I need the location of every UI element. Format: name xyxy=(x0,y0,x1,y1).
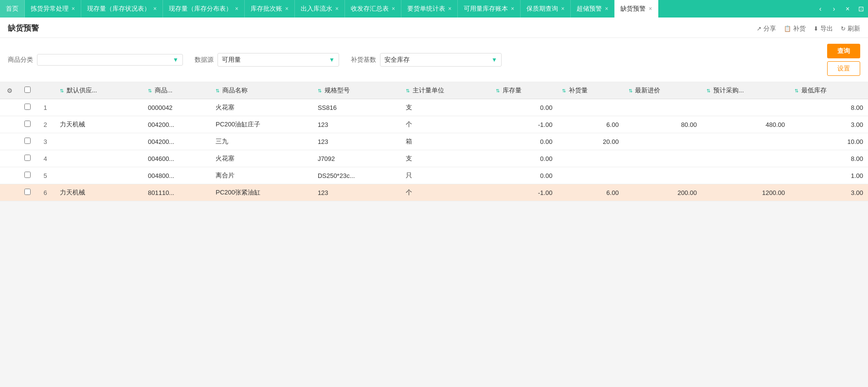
col-min-stock[interactable]: ⇅ 最低库存 xyxy=(790,82,868,99)
tab-abnormal[interactable]: 拣货异常处理 × xyxy=(25,0,81,18)
share-button[interactable]: ↗ 分享 xyxy=(757,24,776,33)
tab-close-expiry[interactable]: × xyxy=(561,5,564,12)
tab-inventory-dist[interactable]: 现存量（库存分布表） × xyxy=(163,0,245,18)
row-latest-price xyxy=(624,99,702,116)
tab-close-available[interactable]: × xyxy=(511,5,514,12)
window-close-button[interactable]: × xyxy=(841,0,854,18)
col-latest-price[interactable]: ⇅ 最新进价 xyxy=(624,82,702,99)
row-checkbox[interactable] xyxy=(24,104,31,110)
tab-summary[interactable]: 收发存汇总表 × xyxy=(345,0,401,18)
row-checkbox-cell[interactable] xyxy=(19,116,36,133)
row-checkbox[interactable] xyxy=(24,189,31,195)
col-supplement[interactable]: ⇅ 补货量 xyxy=(557,82,623,99)
select-all-checkbox[interactable] xyxy=(24,87,31,93)
tab-close-summary[interactable]: × xyxy=(392,5,395,12)
row-supplier xyxy=(55,167,143,184)
share-icon: ↗ xyxy=(757,25,761,32)
tab-close-batch[interactable]: × xyxy=(285,5,289,12)
row-stock: 0.00 xyxy=(491,150,557,167)
tab-label: 首页 xyxy=(6,4,18,13)
query-button[interactable]: 查询 xyxy=(827,44,860,58)
sort-icon: ⇅ xyxy=(562,88,566,93)
row-gear xyxy=(0,99,19,116)
row-supplement xyxy=(557,99,623,116)
replenish-select[interactable]: 安全库存 ▼ xyxy=(380,53,502,67)
refresh-button[interactable]: ↻ 刷新 xyxy=(841,24,860,33)
tab-close-shortage[interactable]: × xyxy=(649,5,652,12)
tab-next-button[interactable]: › xyxy=(827,0,841,18)
row-checkbox[interactable] xyxy=(24,172,31,178)
row-min-stock: 8.00 xyxy=(790,99,868,116)
sort-icon: ⇅ xyxy=(629,88,633,93)
tab-batch[interactable]: 库存批次账 × xyxy=(245,0,295,18)
col-row-num xyxy=(36,82,55,99)
row-number: 1 xyxy=(36,99,55,116)
row-estimated xyxy=(702,99,790,116)
table-body: 1 0000042 火花塞 SS816 支 0.00 8.00 2 力天机械 0… xyxy=(0,99,868,201)
table-row: 3 004200... 三九 123 箱 0.00 20.00 10.00 xyxy=(0,133,868,150)
row-spec: 123 xyxy=(313,116,401,133)
row-checkbox-cell[interactable] xyxy=(19,99,36,116)
row-spec: 123 xyxy=(313,133,401,150)
row-checkbox[interactable] xyxy=(24,138,31,144)
row-latest-price xyxy=(624,167,702,184)
tab-expiry[interactable]: 保质期查询 × xyxy=(521,0,571,18)
export-button[interactable]: ⬇ 导出 xyxy=(814,24,833,33)
category-select[interactable]: ▼ xyxy=(37,54,183,66)
row-gear xyxy=(0,116,19,133)
tab-order-stat[interactable]: 要货单统计表 × xyxy=(401,0,458,18)
col-settings[interactable]: ⚙ xyxy=(0,82,19,99)
row-unit: 支 xyxy=(401,99,491,116)
supplement-button[interactable]: 📋 补货 xyxy=(784,24,806,33)
tab-overstock[interactable]: 超储预警 × xyxy=(571,0,615,18)
row-estimated: 480.00 xyxy=(702,116,790,133)
tab-close-inventory-status[interactable]: × xyxy=(153,5,157,12)
tab-flow[interactable]: 出入库流水 × xyxy=(295,0,345,18)
header-actions: ↗ 分享 📋 补货 ⬇ 导出 ↻ 刷新 xyxy=(757,24,860,33)
datasource-value: 可用量 xyxy=(222,55,241,64)
row-min-stock: 1.00 xyxy=(790,167,868,184)
row-gear xyxy=(0,133,19,150)
row-checkbox[interactable] xyxy=(24,121,31,127)
sort-icon: ⇅ xyxy=(706,88,710,93)
sort-icon: ⇅ xyxy=(216,88,219,93)
gear-icon: ⚙ xyxy=(7,87,13,94)
row-product-code: 004200... xyxy=(143,133,211,150)
tab-close-flow[interactable]: × xyxy=(335,5,339,12)
col-supplier[interactable]: ⇅ 默认供应... xyxy=(55,82,143,99)
col-unit[interactable]: ⇅ 主计量单位 xyxy=(401,82,491,99)
refresh-label: 刷新 xyxy=(848,24,860,33)
tab-close-overstock[interactable]: × xyxy=(605,5,608,12)
tab-close-abnormal[interactable]: × xyxy=(72,5,75,12)
col-estimated[interactable]: ⇅ 预计采购... xyxy=(702,82,790,99)
col-spec[interactable]: ⇅ 规格型号 xyxy=(313,82,401,99)
row-min-stock: 10.00 xyxy=(790,133,868,150)
row-checkbox-cell[interactable] xyxy=(19,167,36,184)
tab-close-order-stat[interactable]: × xyxy=(448,5,452,12)
row-product-name: 火花塞 xyxy=(211,99,313,116)
tab-prev-button[interactable]: ‹ xyxy=(814,0,827,18)
row-checkbox[interactable] xyxy=(24,155,31,161)
col-product-code[interactable]: ⇅ 商品... xyxy=(143,82,211,99)
tab-home[interactable]: 首页 xyxy=(0,0,25,18)
row-checkbox-cell[interactable] xyxy=(19,150,36,167)
category-label: 商品分类 xyxy=(8,55,33,64)
row-stock: 0.00 xyxy=(491,99,557,116)
tab-close-inventory-dist[interactable]: × xyxy=(235,5,238,12)
row-spec: 123 xyxy=(313,184,401,201)
row-checkbox-cell[interactable] xyxy=(19,133,36,150)
tab-shortage[interactable]: 缺货预警 × xyxy=(615,0,658,18)
tab-label: 收发存汇总表 xyxy=(351,4,389,13)
col-checkbox[interactable] xyxy=(19,82,36,99)
datasource-select[interactable]: 可用量 ▼ xyxy=(217,53,339,67)
tab-available[interactable]: 可用量库存账本 × xyxy=(458,0,521,18)
category-filter-group: 商品分类 ▼ xyxy=(8,54,183,66)
col-product-name[interactable]: ⇅ 商品名称 xyxy=(211,82,313,99)
col-stock[interactable]: ⇅ 库存量 xyxy=(491,82,557,99)
setting-button[interactable]: 设置 xyxy=(827,61,860,76)
window-expand-button[interactable]: ⊡ xyxy=(854,0,868,18)
row-gear xyxy=(0,150,19,167)
tab-inventory-status[interactable]: 现存量（库存状况表） × xyxy=(81,0,163,18)
col-supplier-label: 默认供应... xyxy=(67,87,97,94)
row-checkbox-cell[interactable] xyxy=(19,184,36,201)
